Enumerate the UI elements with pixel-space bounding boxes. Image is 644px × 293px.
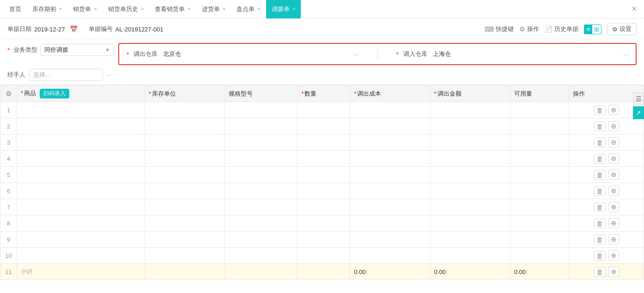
- row-quantity-9[interactable]: [298, 232, 350, 248]
- delete-row-icon[interactable]: 🗑: [594, 202, 606, 212]
- row-quantity-6[interactable]: [298, 183, 350, 199]
- tab-view-sales[interactable]: 查看销货单 ×: [149, 0, 196, 18]
- row-available-6[interactable]: [510, 183, 569, 199]
- row-available-7[interactable]: [510, 199, 569, 215]
- row-amount-7[interactable]: [430, 199, 510, 215]
- tab-transfer-order[interactable]: 调拨单 ×: [266, 0, 301, 18]
- row-available-4[interactable]: [510, 151, 569, 167]
- operation-button[interactable]: ⚙ 操作: [519, 25, 539, 33]
- shortcut-key-button[interactable]: ⌨ 快捷键: [485, 25, 514, 33]
- add-row-icon[interactable]: ⊕: [608, 202, 619, 212]
- delete-row-icon[interactable]: 🗑: [594, 154, 606, 164]
- row-amount-6[interactable]: [430, 183, 510, 199]
- tab-sales-order[interactable]: 销货单 ×: [67, 0, 102, 18]
- calendar-icon[interactable]: 📅: [70, 25, 78, 33]
- row-amount-9[interactable]: [430, 232, 510, 248]
- tab-inventory-init-close[interactable]: ×: [59, 6, 62, 12]
- tab-purchase-order[interactable]: 进货单 ×: [196, 0, 231, 18]
- transfer-out-more-button[interactable]: ···: [354, 51, 359, 58]
- row-quantity-2[interactable]: [298, 118, 350, 134]
- tab-inventory-check-close[interactable]: ×: [257, 6, 260, 12]
- row-cost-9[interactable]: [350, 232, 430, 248]
- delete-row-icon[interactable]: 🗑: [594, 138, 606, 147]
- tab-transfer-order-close[interactable]: ×: [292, 6, 295, 12]
- add-row-icon[interactable]: ⊕: [608, 153, 619, 164]
- row-cost-10[interactable]: [350, 248, 430, 264]
- row-cost-6[interactable]: [350, 183, 430, 199]
- tab-inventory-init[interactable]: 库存期初 ×: [27, 0, 67, 18]
- row-amount-10[interactable]: [430, 248, 510, 264]
- row-product-1[interactable]: [17, 102, 145, 118]
- person-input[interactable]: 选择...: [29, 69, 103, 81]
- table-container[interactable]: ⚙ *商品 扫码录入 *库存单位 规格型号 *数量 *调出成本: [0, 85, 644, 293]
- row-product-2[interactable]: [17, 118, 145, 134]
- row-spec-3[interactable]: [225, 134, 298, 151]
- row-spec-10[interactable]: [225, 248, 298, 264]
- row-available-8[interactable]: [510, 215, 569, 232]
- row-spec-6[interactable]: [225, 183, 298, 199]
- row-quantity-1[interactable]: [298, 102, 350, 118]
- row-unit-2[interactable]: [145, 118, 225, 134]
- row-amount-4[interactable]: [430, 151, 510, 167]
- delete-row-icon[interactable]: 🗑: [594, 105, 606, 115]
- copy-icon[interactable]: ⊕: [608, 267, 619, 277]
- row-unit-8[interactable]: [145, 215, 225, 232]
- tab-sales-history-close[interactable]: ×: [141, 6, 144, 12]
- table-settings-icon[interactable]: ⚙: [6, 90, 12, 98]
- row-product-7[interactable]: [17, 199, 145, 215]
- delete-row-icon[interactable]: 🗑: [594, 170, 606, 180]
- row-product-9[interactable]: [17, 232, 145, 248]
- row-product-8[interactable]: [17, 215, 145, 232]
- grid-view-button[interactable]: ⊞: [592, 24, 601, 34]
- row-amount-8[interactable]: [430, 215, 510, 232]
- row-spec-5[interactable]: [225, 167, 298, 183]
- row-cost-7[interactable]: [350, 199, 430, 215]
- row-product-3[interactable]: [17, 134, 145, 151]
- add-row-icon[interactable]: ⊕: [608, 234, 619, 244]
- row-cost-8[interactable]: [350, 215, 430, 232]
- business-type-input[interactable]: 同价调拨 ▼: [40, 44, 114, 56]
- row-amount-2[interactable]: [430, 118, 510, 134]
- add-row-icon[interactable]: ⊕: [608, 250, 619, 261]
- row-available-5[interactable]: [510, 167, 569, 183]
- row-amount-5[interactable]: [430, 167, 510, 183]
- row-quantity-10[interactable]: [298, 248, 350, 264]
- person-more-button[interactable]: ···: [107, 72, 112, 79]
- tab-purchase-order-close[interactable]: ×: [223, 6, 225, 12]
- row-amount-3[interactable]: [430, 134, 510, 151]
- sidebar-export-button[interactable]: ↗: [633, 106, 644, 119]
- tab-home[interactable]: 首页: [4, 0, 27, 18]
- row-unit-7[interactable]: [145, 199, 225, 215]
- row-spec-7[interactable]: [225, 199, 298, 215]
- transfer-out-value[interactable]: 北京仓: [163, 50, 181, 58]
- row-amount-1[interactable]: [430, 102, 510, 118]
- row-product-4[interactable]: [17, 151, 145, 167]
- delete-icon[interactable]: 🗑: [594, 267, 606, 277]
- list-view-button[interactable]: ≡: [584, 24, 592, 34]
- delete-row-icon[interactable]: 🗑: [594, 251, 606, 261]
- row-available-10[interactable]: [510, 248, 569, 264]
- row-product-6[interactable]: [17, 183, 145, 199]
- row-spec-1[interactable]: [225, 102, 298, 118]
- row-cost-3[interactable]: [350, 134, 430, 151]
- row-unit-5[interactable]: [145, 167, 225, 183]
- delete-row-icon[interactable]: 🗑: [594, 235, 606, 244]
- add-row-icon[interactable]: ⊕: [608, 105, 619, 115]
- tab-inventory-check[interactable]: 盘点单 ×: [231, 0, 266, 18]
- history-doc-button[interactable]: 📄 历史单据: [545, 25, 578, 33]
- row-quantity-5[interactable]: [298, 167, 350, 183]
- row-unit-1[interactable]: [145, 102, 225, 118]
- add-row-icon[interactable]: ⊕: [608, 218, 619, 228]
- row-unit-3[interactable]: [145, 134, 225, 151]
- row-quantity-8[interactable]: [298, 215, 350, 232]
- row-spec-2[interactable]: [225, 118, 298, 134]
- tab-view-sales-close[interactable]: ×: [188, 6, 190, 12]
- row-cost-5[interactable]: [350, 167, 430, 183]
- row-unit-9[interactable]: [145, 232, 225, 248]
- delete-row-icon[interactable]: 🗑: [594, 186, 606, 196]
- row-spec-8[interactable]: [225, 215, 298, 232]
- tab-sales-history[interactable]: 销货单历史 ×: [103, 0, 149, 18]
- delete-row-icon[interactable]: 🗑: [594, 122, 606, 131]
- row-unit-4[interactable]: [145, 151, 225, 167]
- row-available-9[interactable]: [510, 232, 569, 248]
